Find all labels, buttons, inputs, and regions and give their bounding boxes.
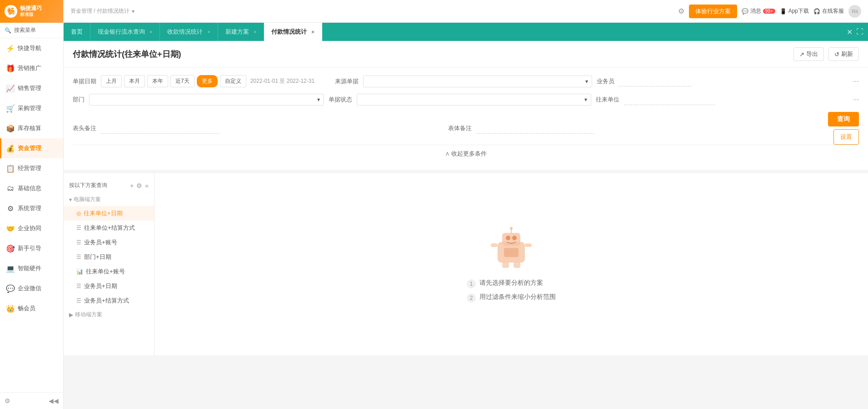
scheme-label-6: 业务员+结算方式	[84, 297, 129, 305]
app-download-label: App下载	[788, 7, 809, 15]
scheme-item-6[interactable]: ☰ 业务员+结算方式	[64, 293, 154, 308]
tab-close-all-icon[interactable]: ✕	[847, 28, 853, 36]
sidebar-item-7[interactable]: 📋经营管理	[0, 158, 63, 178]
scheme-item-0[interactable]: ◎ 往来单位+日期	[64, 206, 154, 221]
header-note-input[interactable]	[101, 123, 219, 134]
footer-settings-icon[interactable]: ⚙	[5, 397, 10, 404]
topbar: 资金管理 / 付款情况统计 ▾ ⚙ 体验行业方案 💬 消息 99+ 📱 App下…	[64, 0, 868, 23]
app-download-btn[interactable]: 📱 App下载	[780, 7, 809, 15]
settings-btn[interactable]: ⚙	[678, 7, 684, 15]
messages-btn[interactable]: 💬 消息 99+	[742, 7, 775, 15]
dept-arrow: ▾	[317, 96, 320, 103]
scheme-item-5[interactable]: ☰ 业务员+日期	[64, 279, 154, 293]
online-service-btn[interactable]: 🎧 在线客服	[813, 7, 844, 15]
scheme-item-2[interactable]: ☰ 业务员+账号	[64, 235, 154, 250]
tab-new-scheme-close[interactable]: ×	[254, 29, 256, 35]
tab-home[interactable]: 首页	[64, 23, 90, 41]
empty-tip-2: 2 用过滤条件来缩小分析范围	[467, 293, 556, 303]
sidebar-item-3[interactable]: 📈销售管理	[0, 78, 63, 98]
sidebar-item-4[interactable]: 🛒采购管理	[0, 98, 63, 118]
sidebar-icon-12: 💻	[6, 264, 15, 273]
message-icon: 💬	[742, 8, 748, 15]
sidebar-label-11: 新手引导	[18, 244, 41, 252]
this-month-btn[interactable]: 本月	[124, 75, 145, 87]
messages-label: 消息	[750, 7, 761, 15]
sidebar-item-2[interactable]: 🎁营销推广	[0, 58, 63, 78]
sidebar-item-14[interactable]: 👑畅会员	[0, 298, 63, 318]
sidebar-item-11[interactable]: 🎯新手引导	[0, 238, 63, 258]
tab-payments-close[interactable]: ×	[311, 29, 314, 35]
collapse-panel-icon[interactable]: «	[145, 182, 149, 189]
more-btn[interactable]: 更多	[197, 75, 218, 87]
desktop-group-label: 电脑端方案	[74, 196, 101, 203]
sidebar-item-12[interactable]: 💻智能硬件	[0, 258, 63, 278]
sidebar-search[interactable]: 🔍 搜索菜单	[0, 23, 63, 38]
breadcrumb: 资金管理 / 付款情况统计 ▾	[70, 7, 673, 15]
partner-more-icon[interactable]: ···	[849, 96, 859, 104]
dept-select[interactable]: ▾	[89, 94, 324, 106]
trial-button[interactable]: 体验行业方案	[689, 5, 737, 18]
add-scheme-icon[interactable]: +	[130, 182, 134, 189]
sidebar-item-13[interactable]: 💬企业微信	[0, 278, 63, 298]
sidebar-item-1[interactable]: ⚡快捷导航	[0, 38, 63, 58]
svg-rect-8	[504, 248, 519, 257]
tip-num-2: 2	[467, 293, 476, 303]
left-panel-header: 按以下方案查询 + ⚙ «	[64, 178, 154, 193]
filter-section: 单据日期 上月 本月 本年 近7天 更多 自定义 2022-01-01 至 20…	[64, 68, 868, 170]
desktop-group-title[interactable]: ▾ 电脑端方案	[64, 193, 154, 206]
footer-collapse-icon[interactable]: ◀◀	[49, 397, 59, 404]
doc-status-select[interactable]: ▾	[357, 94, 592, 106]
sidebar-item-6[interactable]: 💰资金管理	[0, 138, 63, 158]
this-year-btn[interactable]: 本年	[147, 75, 168, 87]
salesperson-input[interactable]	[619, 76, 692, 86]
scheme-settings-icon[interactable]: ⚙	[136, 182, 142, 189]
more-options-icon[interactable]: ···	[853, 77, 859, 86]
user-avatar[interactable]: Rit	[848, 5, 861, 18]
partner-label: 往来单位	[591, 96, 624, 104]
scheme-item-4[interactable]: 📊 往来单位+账号	[64, 264, 154, 279]
tab-expand-icon[interactable]: ⛶	[856, 28, 863, 36]
recent7-btn[interactable]: 近7天	[170, 75, 195, 87]
scheme-item-3[interactable]: ☰ 部门+日期	[64, 250, 154, 264]
settings-button[interactable]: 设置	[833, 129, 859, 145]
sidebar-label-5: 库存核算	[18, 124, 41, 132]
partner-input[interactable]	[624, 95, 715, 105]
mobile-group-title[interactable]: ▶ 移动端方案	[64, 308, 154, 321]
tab-cash-flow-close[interactable]: ×	[150, 29, 152, 35]
sidebar-label-2: 营销推广	[18, 64, 41, 72]
query-button[interactable]: 查询	[828, 112, 859, 126]
tab-receipts[interactable]: 收款情况统计 ×	[160, 23, 218, 41]
tab-new-scheme-label: 新建方案	[225, 28, 249, 36]
scheme-label-0: 往来单位+日期	[84, 209, 123, 217]
export-button[interactable]: ↗ 导出	[793, 47, 824, 61]
empty-tips: 1 请先选择要分析的方案 2 用过滤条件来缩小分析范围	[467, 279, 556, 303]
last-month-btn[interactable]: 上月	[101, 75, 122, 87]
collapse-more-btn[interactable]: ∧ 收起更多条件	[73, 145, 859, 162]
search-label: 搜索菜单	[14, 26, 36, 34]
tab-new-scheme[interactable]: 新建方案 ×	[218, 23, 264, 41]
sidebar-item-5[interactable]: 📦库存核算	[0, 118, 63, 138]
sidebar-item-10[interactable]: 🤝企业协同	[0, 218, 63, 238]
source-select[interactable]: ▾	[363, 76, 593, 87]
tab-cash-flow[interactable]: 现金银行流水查询 ×	[90, 23, 160, 41]
mobile-group-arrow: ▶	[69, 312, 73, 318]
left-panel: 按以下方案查询 + ⚙ « ▾ 电脑端方案 ◎ 往来单位+日期	[64, 173, 155, 355]
body-note-input[interactable]	[476, 123, 594, 134]
desktop-schemes-group: ▾ 电脑端方案 ◎ 往来单位+日期 ☰ 往来单位+结算方式 ☰ 业务员+账号	[64, 193, 154, 308]
header-note-wrap	[101, 123, 444, 134]
tab-payments[interactable]: 付款情况统计 ×	[264, 23, 322, 41]
sidebar-label-4: 采购管理	[18, 104, 41, 112]
tab-receipts-close[interactable]: ×	[207, 29, 210, 35]
date-label: 单据日期	[73, 77, 101, 86]
refresh-button[interactable]: ↺ 刷新	[828, 47, 859, 61]
tab-cash-flow-label: 现金银行流水查询	[98, 28, 145, 36]
sidebar-icon-6: 💰	[6, 144, 15, 153]
sidebar-item-8[interactable]: 🗂基础信息	[0, 178, 63, 198]
svg-rect-6	[491, 243, 498, 247]
logo-text-group: 畅捷通巧 标准版	[20, 5, 42, 18]
custom-btn[interactable]: 自定义	[220, 75, 246, 87]
salesperson-input-wrap	[619, 76, 848, 86]
sidebar-item-9[interactable]: ⚙系统管理	[0, 198, 63, 218]
scheme-item-1[interactable]: ☰ 往来单位+结算方式	[64, 221, 154, 235]
sidebar-icon-13: 💬	[6, 284, 15, 293]
